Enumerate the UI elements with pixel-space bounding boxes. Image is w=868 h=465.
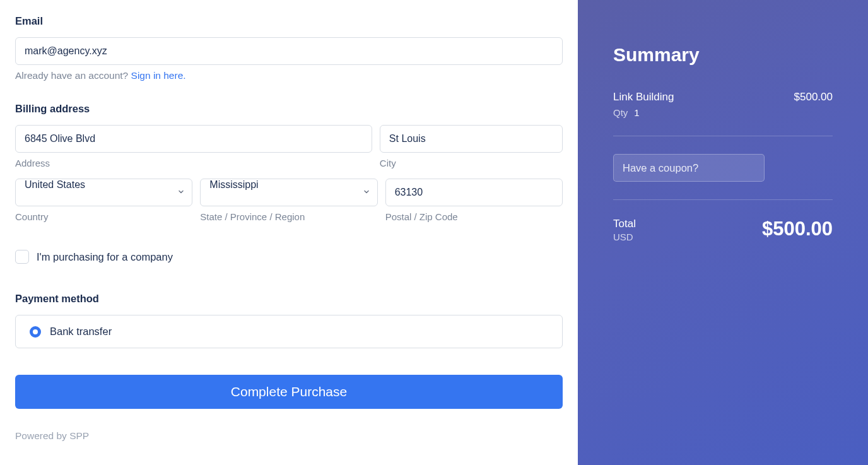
powered-by-link[interactable]: Powered by SPP bbox=[15, 430, 89, 441]
total-label: Total bbox=[613, 218, 636, 230]
state-col: Mississippi State / Province / Region bbox=[200, 179, 377, 222]
divider bbox=[613, 136, 833, 136]
state-select[interactable]: Mississippi bbox=[200, 179, 377, 206]
line-item: Link Building $500.00 bbox=[613, 91, 833, 103]
payment-section: Payment method Bank transfer bbox=[15, 293, 563, 348]
payment-label: Payment method bbox=[15, 293, 563, 305]
qty-value: 1 bbox=[634, 107, 639, 118]
city-sublabel: City bbox=[380, 158, 563, 168]
complete-purchase-button[interactable]: Complete Purchase bbox=[15, 375, 563, 409]
city-col: City bbox=[380, 125, 563, 168]
address-input[interactable] bbox=[15, 125, 372, 153]
company-checkbox-label: I'm purchasing for a company bbox=[37, 251, 173, 263]
item-name: Link Building bbox=[613, 91, 674, 103]
billing-label: Billing address bbox=[15, 103, 563, 115]
country-value: United States bbox=[25, 179, 85, 190]
checkbox-box bbox=[15, 250, 29, 264]
country-col: United States Country bbox=[15, 179, 192, 222]
sign-in-link[interactable]: Sign in here. bbox=[131, 70, 186, 81]
postal-sublabel: Postal / Zip Code bbox=[385, 211, 563, 222]
coupon-input[interactable] bbox=[613, 154, 765, 182]
state-value: Mississippi bbox=[209, 179, 258, 190]
email-label: Email bbox=[15, 15, 563, 27]
postal-col: Postal / Zip Code bbox=[385, 179, 563, 222]
radio-selected-icon bbox=[30, 326, 41, 338]
powered-by-row: Powered by SPP bbox=[15, 430, 563, 442]
country-sublabel: Country bbox=[15, 211, 192, 222]
already-have-account-text: Already have an account? bbox=[15, 70, 131, 81]
bank-transfer-option[interactable]: Bank transfer bbox=[15, 315, 563, 348]
total-amount: $500.00 bbox=[762, 218, 833, 240]
total-currency: USD bbox=[613, 232, 636, 242]
item-price: $500.00 bbox=[794, 91, 833, 103]
postal-input[interactable] bbox=[385, 179, 563, 206]
city-input[interactable] bbox=[380, 125, 563, 153]
address-col: Address bbox=[15, 125, 372, 168]
email-field-group: Email Already have an account? Sign in h… bbox=[15, 15, 563, 81]
bank-transfer-label: Bank transfer bbox=[50, 326, 112, 338]
order-summary-sidebar: Summary Link Building $500.00 Qty 1 Tota… bbox=[578, 0, 868, 465]
email-input[interactable] bbox=[15, 37, 563, 65]
total-row: Total USD $500.00 bbox=[613, 218, 833, 242]
checkout-main: Email Already have an account? Sign in h… bbox=[0, 0, 578, 465]
signin-helper: Already have an account? Sign in here. bbox=[15, 70, 563, 81]
state-sublabel: State / Province / Region bbox=[200, 211, 377, 222]
company-checkbox-row[interactable]: I'm purchasing for a company bbox=[15, 250, 563, 264]
qty-label: Qty bbox=[613, 107, 628, 118]
divider bbox=[613, 199, 833, 200]
billing-section: Billing address Address City United Stat… bbox=[15, 103, 563, 264]
qty-row: Qty 1 bbox=[613, 107, 833, 118]
summary-title: Summary bbox=[613, 44, 833, 66]
country-select[interactable]: United States bbox=[15, 179, 192, 206]
address-sublabel: Address bbox=[15, 158, 372, 168]
